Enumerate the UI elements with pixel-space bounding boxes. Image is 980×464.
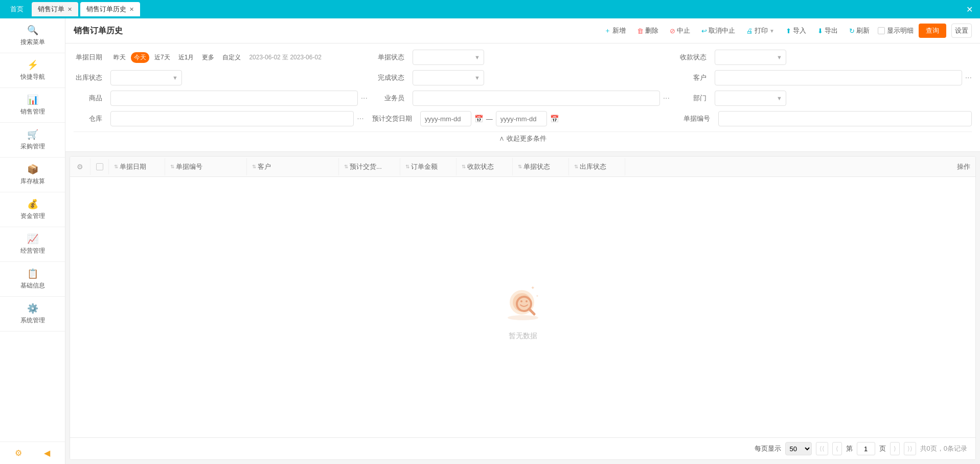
svg-line-3 — [529, 309, 534, 314]
th-order-status[interactable]: ⇅ 单据状态 — [513, 158, 569, 175]
tab-sales-order-close[interactable]: ✕ — [67, 7, 72, 12]
sort-amount-icon: ⇅ — [405, 164, 409, 169]
th-check[interactable] — [90, 159, 109, 174]
first-page-btn[interactable]: ⟨⟨ — [816, 442, 828, 455]
product-input[interactable] — [110, 91, 358, 106]
sidebar-item-purchase-mgmt[interactable]: 🛒 采购管理 — [0, 123, 65, 158]
page-number-input[interactable] — [857, 442, 875, 455]
custom-btn[interactable]: 自定义 — [219, 52, 244, 63]
th-customer[interactable]: ⇅ 客户 — [247, 158, 339, 175]
sidebar-item-operation[interactable]: 📈 经营管理 — [0, 227, 65, 262]
settings-button[interactable]: 设置 — [951, 24, 972, 38]
gear-icon[interactable]: ⚙ — [77, 163, 83, 171]
out-status-select[interactable] — [110, 70, 182, 85]
th-out-status[interactable]: ⇅ 出库状态 — [569, 158, 625, 175]
th-pay-status[interactable]: ⇅ 收款状态 — [457, 158, 513, 175]
dept-label: 部门 — [678, 94, 706, 103]
sidebar-item-inventory[interactable]: 📦 库存核算 — [0, 158, 65, 192]
sidebar-item-sys-mgmt[interactable]: ⚙️ 系统管理 — [0, 297, 65, 332]
page-unit-text: 页 — [879, 444, 886, 453]
sort-num-icon: ⇅ — [170, 164, 174, 169]
product-dots[interactable]: ··· — [361, 94, 368, 103]
order-status-select-wrapper: ▼ — [413, 50, 484, 65]
filter-area: 单据日期 昨天 今天 近7天 近1月 更多 自定义 2023-06-02 至 2… — [65, 43, 980, 152]
sort-delivery-icon: ⇅ — [344, 164, 348, 169]
sidebar-item-finance[interactable]: 💰 资金管理 — [0, 192, 65, 227]
refresh-button[interactable]: ↻ 刷新 — [846, 24, 873, 37]
th-date[interactable]: ⇅ 单据日期 — [109, 158, 165, 175]
print-button[interactable]: 🖨 打印 ▼ — [743, 24, 778, 37]
more-btn[interactable]: 更多 — [199, 52, 217, 63]
delivery-date-end[interactable] — [496, 111, 547, 126]
export-icon: ⬇ — [817, 27, 823, 35]
main-layout: 🔍 搜索菜单 ⚡ 快捷导航 📊 销售管理 🛒 采购管理 📦 库存核算 💰 资金管… — [0, 18, 980, 464]
delivery-date-label: 预计交货日期 — [372, 114, 412, 123]
cancel-stop-button[interactable]: ↩ 取消中止 — [698, 24, 738, 37]
calendar-start-icon[interactable]: 📅 — [474, 115, 483, 123]
complete-status-field: ▼ — [413, 70, 670, 85]
yesterday-btn[interactable]: 昨天 — [110, 52, 129, 63]
th-num[interactable]: ⇅ 单据编号 — [165, 158, 247, 175]
svg-point-0 — [508, 315, 538, 320]
collapse-bar[interactable]: ∧ 收起更多条件 — [74, 131, 972, 145]
salesman-input[interactable] — [413, 91, 660, 106]
dept-select[interactable] — [715, 91, 786, 106]
filter-row-2: 出库状态 ▼ 完成状态 ▼ — [74, 70, 972, 85]
sidebar-item-label: 基础信息 — [20, 281, 45, 290]
page-size-label: 每页显示 — [755, 444, 781, 453]
new-button[interactable]: ＋ 新增 — [601, 24, 629, 37]
next-page-btn[interactable]: ⟩ — [890, 442, 900, 455]
tab-sales-history[interactable]: 销售订单历史 ✕ — [80, 2, 140, 16]
import-icon: ⬆ — [786, 27, 791, 35]
complete-status-select[interactable] — [413, 70, 484, 85]
pay-status-select[interactable] — [715, 50, 786, 65]
tab-sales-history-close[interactable]: ✕ — [129, 7, 134, 12]
th-delivery[interactable]: ⇅ 预计交货... — [339, 158, 400, 175]
export-button[interactable]: ⬇ 导出 — [814, 24, 841, 37]
7days-btn[interactable]: 近7天 — [151, 52, 173, 63]
th-setting[interactable]: ⚙ — [70, 159, 90, 175]
page-size-select[interactable]: 10 20 50 100 — [785, 442, 812, 455]
refresh-label: 刷新 — [856, 26, 870, 35]
th-amount[interactable]: ⇅ 订单金额 — [400, 158, 457, 175]
stop-button[interactable]: ⊘ 中止 — [667, 24, 693, 37]
prev-page-btn[interactable]: ⟨ — [832, 442, 842, 455]
customer-input[interactable] — [715, 70, 962, 85]
order-status-select[interactable] — [413, 50, 484, 65]
finance-icon: 💰 — [27, 198, 38, 210]
last-page-btn[interactable]: ⟩⟩ — [904, 442, 916, 455]
import-button[interactable]: ⬆ 导入 — [783, 24, 809, 37]
display-checkbox[interactable] — [878, 27, 885, 34]
order-num-input[interactable] — [718, 111, 972, 126]
delivery-date-start[interactable] — [420, 111, 471, 126]
order-status-field: ▼ — [413, 50, 670, 65]
tab-home[interactable]: 首页 — [4, 2, 30, 16]
1month-btn[interactable]: 近1月 — [175, 52, 197, 63]
sidebar-item-quick-nav[interactable]: ⚡ 快捷导航 — [0, 53, 65, 88]
sidebar-item-search-menu[interactable]: 🔍 搜索菜单 — [0, 18, 65, 53]
sidebar-item-sales-mgmt[interactable]: 📊 销售管理 — [0, 88, 65, 123]
print-icon: 🖨 — [746, 27, 753, 35]
sidebar-item-label: 资金管理 — [20, 212, 45, 220]
calendar-end-icon[interactable]: 📅 — [550, 115, 559, 123]
sidebar-settings-icon[interactable]: ⚙ — [15, 448, 22, 458]
warehouse-input[interactable] — [110, 111, 354, 126]
refresh-icon: ↻ — [849, 27, 855, 35]
out-status-select-wrapper: ▼ — [110, 70, 182, 85]
tab-sales-order[interactable]: 销售订单 ✕ — [32, 2, 78, 16]
query-button[interactable]: 查询 — [919, 24, 946, 38]
salesman-dots[interactable]: ··· — [663, 94, 670, 103]
customer-dots[interactable]: ··· — [965, 73, 972, 82]
delete-icon: 🗑 — [637, 27, 644, 35]
sidebar-item-base-info[interactable]: 📋 基础信息 — [0, 262, 65, 297]
nav-close-button[interactable]: ✕ — [963, 4, 976, 15]
display-toggle[interactable]: 显示明细 — [878, 26, 914, 35]
quick-nav-icon: ⚡ — [27, 59, 38, 71]
delete-button[interactable]: 🗑 删除 — [634, 24, 662, 37]
pay-status-field: ▼ — [715, 50, 972, 65]
warehouse-dots[interactable]: ··· — [357, 114, 363, 123]
today-btn[interactable]: 今天 — [131, 52, 149, 63]
sidebar-collapse-icon[interactable]: ◀ — [44, 448, 50, 458]
date-label: 单据日期 — [74, 53, 102, 62]
header-checkbox[interactable] — [96, 163, 103, 170]
